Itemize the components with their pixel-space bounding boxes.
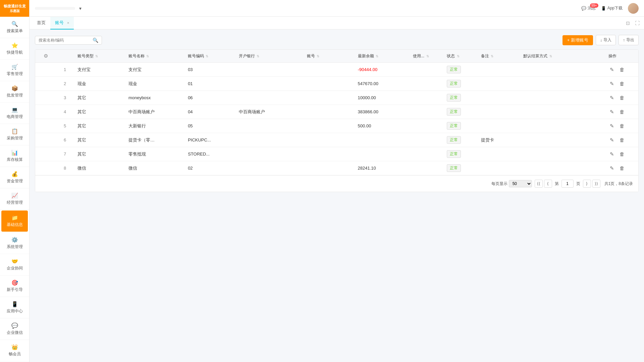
col-header-name[interactable]: 账号名称 ⇅ [124, 50, 184, 63]
row-balance-0: -90444.00 [354, 63, 409, 77]
col-header-bank[interactable]: 开户银行 ⇅ [235, 50, 303, 63]
delete-button-7[interactable]: 🗑 [618, 165, 626, 172]
row-balance-3: 383866.00 [354, 105, 409, 119]
row-code-3: 04 [184, 105, 235, 119]
row-name-4: 大新银行 [124, 119, 184, 133]
sidebar-item-operations[interactable]: 📈经营管理 [0, 188, 29, 210]
sidebar-item-retail[interactable]: 🛒零售管理 [0, 60, 29, 81]
message-badge: 99+ [590, 3, 598, 8]
sidebar-item-basic-info[interactable]: 📁基础信息 [1, 210, 28, 232]
edit-button-1[interactable]: ✎ [608, 80, 615, 87]
col-header-status[interactable]: 状态 ⇅ [443, 50, 477, 63]
add-account-button[interactable]: + 新增账号 [562, 35, 593, 45]
app-download-button[interactable]: 📱 App下载 [601, 5, 623, 11]
app-center-icon: 📱 [3, 301, 26, 307]
page-label: 第 [555, 181, 559, 187]
sort-usage-icon: ⇅ [426, 54, 429, 58]
sidebar-item-inventory[interactable]: 📊库存核算 [0, 145, 29, 167]
add-account-label: + 新增账号 [567, 37, 588, 43]
row-name-0: 支付宝 [124, 63, 184, 77]
row-gear-7 [35, 161, 56, 175]
sidebar-item-ecommerce[interactable]: 💻电商管理 [0, 103, 29, 124]
tab-home[interactable]: 首页 [32, 17, 50, 29]
operations-icon: 📈 [3, 192, 26, 199]
top-header-right: 💬 消息 99+ 📱 App下载 [581, 3, 639, 14]
settings-gear-icon[interactable]: ⚙ [44, 53, 48, 59]
row-status-4: 正常 [443, 119, 477, 133]
top-header-left: ▾ [35, 6, 82, 11]
page-number-input[interactable] [561, 180, 574, 188]
edit-button-6[interactable]: ✎ [608, 150, 615, 158]
delete-button-5[interactable]: 🗑 [618, 136, 626, 143]
sidebar-item-system[interactable]: ⚙️系统管理 [0, 233, 29, 254]
row-balance-1: 547670.00 [354, 77, 409, 91]
enterprise-agreement-icon: 🤝 [3, 258, 26, 264]
dropdown-button[interactable]: ▾ [79, 6, 82, 11]
import-button[interactable]: ↓ 导入 [596, 35, 616, 45]
col-header-usage[interactable]: 使用... ⇅ [409, 50, 443, 63]
tab-expand-area: ⊡ ⛶ [624, 19, 641, 27]
sidebar-item-enterprise-agreement[interactable]: 🤝企业协同 [0, 254, 29, 276]
page-first-button[interactable]: ⟨⟨ [535, 180, 543, 188]
sidebar-item-search[interactable]: 🔍搜索菜单 [0, 17, 29, 38]
col-header-default-payment[interactable]: 默认结算方式 ⇅ [519, 50, 604, 63]
row-balance-6 [354, 147, 409, 161]
delete-button-1[interactable]: 🗑 [618, 80, 626, 87]
col-header-balance[interactable]: 最新余额 ⇅ [354, 50, 409, 63]
col-header-type[interactable]: 账号类型 ⇅ [73, 50, 124, 63]
col-header-code[interactable]: 账号编码 ⇅ [184, 50, 235, 63]
finance-icon: 💰 [3, 171, 26, 177]
tab-account[interactable]: 账号 × [50, 17, 74, 29]
col-header-account[interactable]: 账号 ⇅ [303, 50, 354, 63]
edit-button-7[interactable]: ✎ [608, 165, 615, 172]
delete-button-4[interactable]: 🗑 [618, 122, 626, 129]
edit-button-3[interactable]: ✎ [608, 108, 615, 116]
row-action-3: ✎🗑 [604, 105, 638, 119]
row-default-payment-7 [519, 161, 604, 175]
row-account-5 [303, 133, 354, 147]
sidebar-item-finance[interactable]: 💰资金管理 [0, 167, 29, 188]
top-search-box[interactable] [35, 7, 75, 10]
sidebar-item-app-center[interactable]: 📱应用中心 [0, 297, 29, 318]
page-next-button[interactable]: ⟩ [583, 180, 591, 188]
message-button[interactable]: 💬 消息 99+ [581, 5, 596, 11]
delete-button-6[interactable]: 🗑 [618, 150, 626, 158]
avatar[interactable] [628, 3, 639, 14]
delete-button-3[interactable]: 🗑 [618, 108, 626, 115]
edit-button-4[interactable]: ✎ [608, 122, 615, 130]
page-prev-button[interactable]: ⟨ [544, 180, 552, 188]
sidebar-item-wholesale[interactable]: 📦批发管理 [0, 81, 29, 103]
sidebar-item-quick-nav[interactable]: ⭐快捷导航 [0, 38, 29, 60]
vip-member-icon: 👑 [3, 344, 26, 350]
row-seq-3: 4 [56, 105, 73, 119]
action-btns-5: ✎🗑 [608, 136, 634, 144]
col-header-settings[interactable]: ⚙ [35, 50, 56, 63]
row-remark-6 [477, 147, 520, 161]
logo-text: 畅捷通好生意乐惠版 [4, 4, 26, 13]
delete-button-0[interactable]: 🗑 [618, 66, 626, 73]
tab-fullscreen-button[interactable]: ⛶ [633, 19, 641, 27]
tab-close-icon[interactable]: × [67, 21, 69, 25]
edit-button-2[interactable]: ✎ [608, 94, 615, 102]
row-code-0: 03 [184, 63, 235, 77]
col-header-remark[interactable]: 备注 ⇅ [477, 50, 520, 63]
export-button[interactable]: ↑ 导出 [619, 35, 639, 45]
edit-button-0[interactable]: ✎ [608, 66, 615, 73]
row-type-2: 其它 [73, 91, 124, 105]
row-gear-4 [35, 119, 56, 133]
row-action-6: ✎🗑 [604, 147, 638, 161]
row-default-payment-6 [519, 147, 604, 161]
search-input[interactable] [39, 38, 91, 43]
export-icon: ↑ [623, 38, 625, 43]
status-badge-3: 正常 [447, 108, 461, 116]
sidebar-item-beginner-guide[interactable]: 🎯新手引导 [0, 276, 29, 297]
edit-button-5[interactable]: ✎ [608, 136, 615, 144]
tab-restore-button[interactable]: ⊡ [624, 19, 632, 27]
sidebar-item-enterprise-wechat[interactable]: 💬企业微信 [0, 318, 29, 340]
app-icon: 📱 [601, 6, 606, 11]
sidebar-item-vip-member[interactable]: 👑畅会员 [0, 340, 29, 361]
page-size-dropdown[interactable]: 50 20 100 [509, 180, 532, 187]
delete-button-2[interactable]: 🗑 [618, 94, 626, 101]
page-last-button[interactable]: ⟩⟩ [592, 180, 600, 188]
sidebar-item-purchase[interactable]: 📋采购管理 [0, 124, 29, 145]
